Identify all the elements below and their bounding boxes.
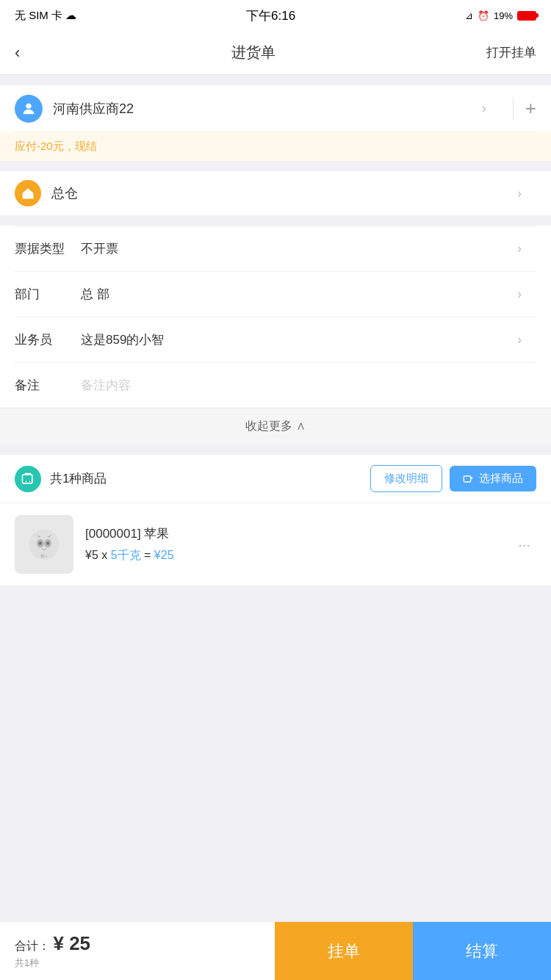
warehouse-icon-circle — [15, 180, 41, 206]
products-header: 共1种商品 修改明细 选择商品 — [0, 455, 551, 502]
cart-icon — [21, 472, 35, 486]
svg-point-12 — [47, 542, 49, 544]
svg-text:餐+: 餐+ — [40, 554, 48, 558]
select-product-button[interactable]: 选择商品 — [450, 466, 536, 491]
svg-rect-2 — [23, 475, 32, 483]
cart-add-icon — [463, 473, 475, 485]
chevron-right-icon-5: › — [517, 332, 522, 347]
invoice-value: 不开票 — [81, 240, 517, 257]
form-section: 票据类型 不开票 › 部门 总 部 › 业务员 这是859的小智 › 备注 备注… — [0, 226, 551, 408]
add-button[interactable]: + — [525, 97, 536, 120]
bottom-bar: 合计： ¥ 25 共1种 挂单 结算 — [0, 921, 551, 980]
svg-point-3 — [26, 480, 27, 482]
edit-detail-button[interactable]: 修改明细 — [370, 465, 442, 492]
status-bar: 无 SIM 卡 ☁ 下午6:16 ⊿ ⏰ 19% — [0, 0, 551, 31]
divider — [513, 98, 514, 120]
page-title: 进货单 — [231, 43, 276, 62]
chevron-right-icon-3: › — [517, 241, 522, 256]
dept-value: 总 部 — [81, 286, 517, 303]
status-right: ⊿ ⏰ 19% — [465, 10, 536, 21]
battery-text: 19% — [494, 10, 513, 21]
products-count: 共1种商品 — [50, 470, 370, 487]
user-icon — [21, 101, 37, 117]
remark-row[interactable]: 备注 备注内容 — [15, 362, 536, 408]
sales-label: 业务员 — [15, 331, 81, 348]
price-total: ¥25 — [154, 549, 174, 561]
collapse-button[interactable]: 收起更多 ∧ — [0, 408, 551, 444]
gap-2 — [0, 161, 551, 171]
supplier-name: 河南供应商22 — [53, 100, 482, 118]
svg-point-11 — [39, 542, 41, 544]
supplier-row[interactable]: 河南供应商22 › + — [15, 85, 536, 132]
total-row: 合计： ¥ 25 — [15, 932, 260, 955]
svg-rect-1 — [26, 195, 30, 199]
warehouse-row[interactable]: 总仓 › — [15, 171, 536, 215]
price-equals: = — [141, 549, 154, 561]
warehouse-name: 总仓 — [51, 184, 517, 202]
product-price: ¥5 x 5千克 = ¥25 — [85, 548, 512, 563]
sales-row[interactable]: 业务员 这是859的小智 › — [15, 317, 536, 362]
svg-point-0 — [26, 103, 31, 108]
total-section: 合计： ¥ 25 共1种 — [0, 932, 275, 970]
product-item: 餐+ [0000001] 苹果 ¥5 x 5千克 = ¥25 ··· — [0, 502, 551, 586]
product-name: [0000001] 苹果 — [85, 525, 512, 542]
location-icon: ⊿ — [465, 10, 473, 21]
product-thumbnail: 餐+ — [15, 515, 73, 574]
sales-value: 这是859的小智 — [81, 331, 517, 348]
owl-logo: 餐+ — [28, 528, 60, 561]
dept-row[interactable]: 部门 总 部 › — [15, 271, 536, 317]
chevron-right-icon-4: › — [517, 287, 522, 302]
chevron-right-icon-2: › — [517, 186, 522, 201]
svg-point-4 — [29, 480, 31, 482]
more-button[interactable]: ··· — [512, 530, 536, 559]
remark-input[interactable]: 备注内容 — [81, 377, 131, 394]
open-hang-button[interactable]: 打开挂单 — [486, 44, 536, 61]
signal-text: 无 SIM 卡 ☁ — [15, 9, 76, 23]
select-product-label: 选择商品 — [479, 472, 523, 486]
total-label: 合计： — [15, 940, 50, 952]
alarm-icon: ⏰ — [478, 10, 489, 21]
gap-1 — [0, 75, 551, 85]
total-count: 共1种 — [15, 956, 260, 970]
dept-label: 部门 — [15, 286, 81, 303]
nav-bar: ‹ 进货单 打开挂单 — [0, 31, 551, 75]
back-button[interactable]: ‹ — [15, 43, 20, 62]
status-time: 下午6:16 — [246, 7, 295, 24]
battery-icon — [517, 11, 536, 21]
status-left: 无 SIM 卡 ☁ — [15, 9, 76, 23]
supplier-avatar — [15, 95, 43, 123]
gap-3 — [0, 215, 551, 226]
gap-4 — [0, 444, 551, 455]
invoice-label: 票据类型 — [15, 240, 81, 257]
settle-button[interactable]: 结算 — [413, 922, 551, 981]
supplier-section: 河南供应商22 › + — [0, 85, 551, 132]
products-icon-circle — [15, 466, 41, 492]
remark-label: 备注 — [15, 377, 81, 394]
chevron-right-icon: › — [482, 101, 486, 116]
product-info: [0000001] 苹果 ¥5 x 5千克 = ¥25 — [85, 525, 512, 563]
hang-button[interactable]: 挂单 — [275, 922, 413, 981]
warehouse-section: 总仓 › — [0, 171, 551, 215]
svg-rect-5 — [464, 476, 470, 482]
home-icon — [21, 186, 35, 201]
info-banner: 应付-20元，现结 — [0, 132, 551, 161]
price-qty: 5千克 — [111, 549, 141, 561]
total-amount: ¥ 25 — [53, 932, 90, 954]
invoice-row[interactable]: 票据类型 不开票 › — [15, 226, 536, 271]
price-base: ¥5 x — [85, 549, 111, 561]
